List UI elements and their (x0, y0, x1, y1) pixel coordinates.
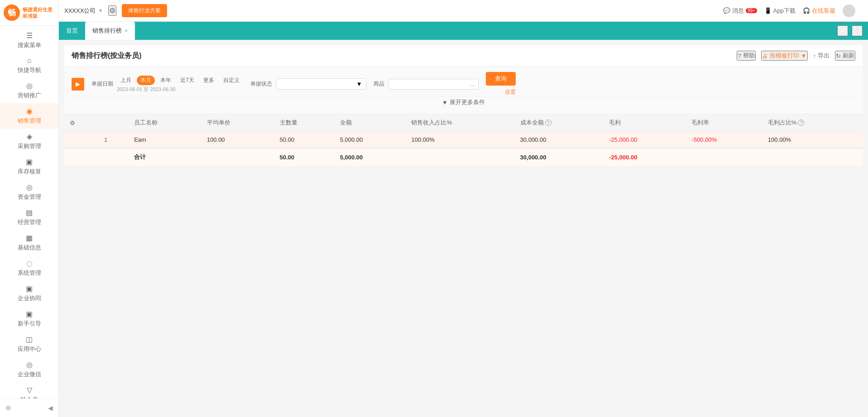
wechat-icon: ◎ (26, 360, 33, 369)
page-card: 销售排行榜(按业务员) ? 帮助 🖨 按模板打印 ▼ ↑ 导出 (64, 45, 863, 166)
sales-icon: ◉ (26, 107, 33, 115)
date-option-more[interactable]: 更多 (200, 76, 218, 85)
tab-maximize-btn[interactable]: ⛶ (852, 25, 863, 36)
status-select[interactable]: ▼ (276, 78, 366, 90)
inventory-icon: ▣ (26, 158, 33, 166)
phone-icon: 📱 (764, 7, 772, 14)
logo: 畅 畅捷通好生意标准版 (0, 0, 58, 26)
col-avg-price: 平均单价 (201, 114, 274, 132)
operations-icon: ▤ (26, 208, 33, 217)
date-range-display: 2023-06-01 至 2023-06-30 (117, 86, 243, 93)
col-gross-pct: 毛利占比% ? (762, 114, 863, 132)
sidebar-item-shortcut[interactable]: ⌂ 快捷导航 (0, 53, 58, 78)
basic-icon: ▦ (26, 234, 33, 242)
finance-icon: ◎ (26, 183, 33, 192)
sidebar-item-operations[interactable]: ▤ 经营管理 (0, 205, 58, 230)
refresh-icon: ↻ (836, 53, 841, 59)
app-download-btn[interactable]: 📱 App下载 (764, 7, 796, 15)
row-main-qty: 50.00 (274, 132, 335, 149)
export-btn[interactable]: ↑ 导出 (813, 52, 830, 60)
purchase-icon: ◈ (27, 132, 32, 141)
col-main-qty: 主数量 (274, 114, 335, 132)
row-gross-rate: -500.00% (686, 132, 762, 149)
table-footer-row: 合计 50.00 5,000.00 30,000.00 -25,000.00 (64, 148, 863, 166)
sidebar-item-collab[interactable]: ▣ 企业协同 (0, 281, 58, 306)
message-btn[interactable]: 💬 消息 99+ (723, 7, 757, 15)
col-gross-profit: 毛利 (604, 114, 686, 132)
sidebar-item-sales[interactable]: ◉ 销售管理 (0, 103, 58, 129)
filter-toggle-btn[interactable]: ▶ (72, 78, 84, 91)
main-area: XXXXX公司 ▼ ⚙ 体验行业方案 💬 消息 99+ 📱 App下载 🎧 在线… (59, 0, 868, 417)
company-dropdown-icon: ▼ (98, 8, 103, 13)
sidebar-item-apps[interactable]: ◫ 应用中心 (0, 331, 58, 357)
col-cost-amount: 成本全额 ? (515, 114, 604, 132)
row-sales-pct: 100.00% (406, 132, 514, 149)
tab-bar: 首页 销售排行榜 × ✕ ⛶ (59, 22, 868, 40)
date-option-custom[interactable]: 自定义 (220, 76, 243, 85)
cost-amount-info-icon[interactable]: ? (545, 120, 551, 126)
sidebar-item-inventory[interactable]: ▣ 库存核算 (0, 154, 58, 179)
col-sales-pct: 销售收入占比% (406, 114, 514, 132)
date-option-current-year[interactable]: 本年 (157, 76, 175, 85)
footer-gross-pct (762, 148, 863, 166)
expand-filters-row: ▼ 展开更多条件 (72, 96, 855, 108)
date-option-current-month[interactable]: 本月 (137, 76, 155, 85)
filter-row: ▶ 单据日期 上月 本月 本年 近7天 更多 自定义 (72, 72, 855, 96)
col-rank (99, 114, 129, 132)
header-right: 💬 消息 99+ 📱 App下载 🎧 在线客服 (723, 5, 863, 17)
print-template-btn[interactable]: 🖨 按模板打印 ▼ (761, 51, 808, 61)
query-btn[interactable]: 查询 (486, 72, 516, 86)
col-employee-name: 员工名称 (129, 114, 201, 132)
settings-footer-btn[interactable]: ⚙ (4, 403, 13, 413)
col-amount: 全额 (335, 114, 406, 132)
print-icon: 🖨 (762, 53, 768, 59)
footer-sales-pct (406, 148, 514, 166)
sidebar-item-system[interactable]: ◌ 系统管理 (0, 255, 58, 281)
col-gross-rate: 毛利率 (686, 114, 762, 132)
member-icon: ▽ (27, 386, 32, 394)
top-header: XXXXX公司 ▼ ⚙ 体验行业方案 💬 消息 99+ 📱 App下载 🎧 在线… (59, 0, 868, 22)
sidebar-item-search[interactable]: ☰ 搜索菜单 (0, 28, 58, 53)
date-option-7days[interactable]: 近7天 (177, 76, 198, 85)
sidebar-item-marketing[interactable]: ◎ 营销推广 (0, 78, 58, 103)
sidebar-nav: ☰ 搜索菜单 ⌂ 快捷导航 ◎ 营销推广 ◉ 销售管理 ◈ 采购管理 ▣ 库存核… (0, 26, 58, 398)
gross-pct-info-icon[interactable]: ? (798, 120, 804, 126)
trial-industry-btn[interactable]: 体验行业方案 (122, 4, 167, 17)
date-options: 上月 本月 本年 近7天 更多 自定义 2023-06-01 至 2023-06… (117, 76, 243, 93)
sales-ranking-tab-label: 销售排行榜 (92, 27, 122, 35)
sidebar-item-wechat[interactable]: ◎ 企业微信 (0, 357, 58, 382)
date-option-prev-month[interactable]: 上月 (117, 76, 135, 85)
company-selector[interactable]: XXXXX公司 ▼ (64, 7, 103, 15)
online-service-btn[interactable]: 🎧 在线客服 (803, 7, 835, 15)
page-header: 销售排行榜(按业务员) ? 帮助 🖨 按模板打印 ▼ ↑ 导出 (64, 45, 863, 67)
row-cost-amount: 30,000.00 (515, 132, 604, 149)
col-settings: ⚙ (64, 114, 99, 132)
settings-link[interactable]: 设置 (505, 88, 516, 96)
home-tab-label: 首页 (66, 27, 78, 35)
user-avatar[interactable] (843, 5, 855, 17)
tab-close-window-btn[interactable]: ✕ (837, 25, 848, 36)
tab-sales-ranking[interactable]: 销售排行榜 × (85, 22, 135, 40)
expand-arrow-icon: ▼ (442, 99, 448, 106)
company-settings-btn[interactable]: ⚙ (108, 5, 116, 16)
help-btn[interactable]: ? 帮助 (737, 51, 755, 61)
headset-icon: 🎧 (803, 7, 810, 14)
sidebar-item-member[interactable]: ▽ 畅会员 (0, 382, 58, 398)
message-badge: 99+ (746, 8, 757, 13)
collapse-sidebar-btn[interactable]: ◀ (46, 403, 55, 413)
company-name: XXXXX公司 (64, 7, 96, 15)
logo-text: 畅捷通好生意标准版 (23, 6, 53, 19)
refresh-btn[interactable]: ↻ 刷新 (835, 51, 855, 61)
sidebar-item-guide[interactable]: ▣ 新手引导 (0, 306, 58, 331)
sidebar-item-basic[interactable]: ▦ 基础信息 (0, 230, 58, 255)
tab-home[interactable]: 首页 (59, 22, 85, 40)
settings-col-icon[interactable]: ⚙ (70, 120, 75, 126)
expand-filters-btn[interactable]: ▼ 展开更多条件 (442, 98, 485, 106)
product-input[interactable]: ... (388, 79, 479, 90)
tab-close-btn[interactable]: × (125, 28, 128, 34)
footer-gross-rate (686, 148, 762, 166)
sidebar-item-finance[interactable]: ◎ 资金管理 (0, 179, 58, 205)
sidebar-item-purchase[interactable]: ◈ 采购管理 (0, 129, 58, 154)
product-more-btn[interactable]: ... (470, 81, 475, 87)
row-amount: 5,000.00 (335, 132, 406, 149)
